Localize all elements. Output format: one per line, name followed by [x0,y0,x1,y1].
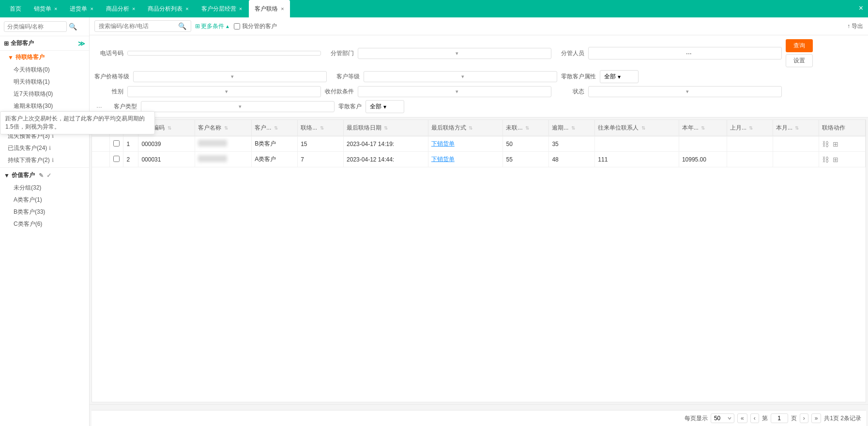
sidebar-all-customers[interactable]: ⊞ 全部客户 ≫ [0,36,89,51]
sidebar-item-class-b[interactable]: B类客户(33) [0,206,89,218]
sidebar-item-today[interactable]: 今天待联络(0) [0,64,89,76]
filter-search-input[interactable] [99,23,176,29]
sidebar-item-class-c[interactable]: C类客户(6) [0,218,89,230]
th-last-contact-method[interactable]: 最后联络方式 ⇅ [428,120,503,136]
payment-label: 收付款条件 [325,88,354,96]
window-close-button[interactable]: × [859,4,863,13]
row2-uncontacted: 55 [503,152,549,167]
sidebar-group-pending[interactable]: ▼ 待联络客户 [0,51,89,64]
more-conditions-btn[interactable]: ⊞ 更多条件 ▲ [195,22,230,30]
manager-dots[interactable]: ··· [686,49,776,57]
row1-action: ⛓ ⊞ [819,136,865,152]
th-last-month[interactable]: 上月... ⇅ [727,120,773,136]
bottom-scrollbar[interactable] [90,404,868,410]
th-uncontacted[interactable]: 未联... ⇅ [503,120,549,136]
sidebar-item-lost[interactable]: 已流失客户(24) ℹ [0,142,89,154]
row2-unit-contact: 111 [595,152,679,167]
row2-link-icon[interactable]: ⛓ [822,156,829,163]
customer-type-field[interactable]: ▾ [141,101,335,112]
filter-search-box[interactable]: 🔍 [94,20,191,32]
sort-icon-lcd: ⇅ [384,125,388,131]
th-last-contact-date[interactable]: 最后联络日期 ⇅ [344,120,428,136]
prev-page-btn[interactable]: ‹ [750,413,759,423]
status-field[interactable]: ▾ [588,86,782,97]
last-page-btn[interactable]: » [811,413,822,423]
pagination-bar: 每页显示 50 10 20 100 « ‹ 第 页 › » 共1页 2条记录 [91,410,866,426]
row1-grid-icon[interactable]: ⊞ [833,140,838,148]
gender-field[interactable]: ▾ [127,86,321,97]
th-name[interactable]: 客户名称 ⇅ [195,120,252,136]
export-button[interactable]: ↑ 导出 [847,22,863,30]
next-page-btn[interactable]: › [800,413,808,423]
sidebar-item-7days[interactable]: 近7天待联络(0) [0,88,89,100]
close-sales-tab[interactable]: × [54,6,57,12]
payment-field[interactable]: ▾ [358,86,551,97]
sidebar-item-class-a[interactable]: A类客户(1) [0,194,89,206]
filter-search-icon[interactable]: 🔍 [178,22,186,30]
info-icon-3: ℹ [52,157,54,163]
gender-label: 性别 [94,88,123,96]
table-row: 2 000031 A类客户 7 2023-04-12 14:44: 下销货单 5… [92,152,866,167]
th-this-month[interactable]: 本月... ⇅ [773,120,819,136]
customer-level-field[interactable]: ▾ [364,71,557,82]
sort-icon-type: ⇅ [274,125,278,131]
query-button[interactable]: 查询 [786,39,813,52]
collapse-icon[interactable]: ≫ [78,40,85,47]
th-contact[interactable]: 联络... ⇅ [298,120,344,136]
row1-last-contact-method: 下销货单 [428,136,503,152]
close-product-analysis-tab[interactable]: × [132,6,135,12]
row2-name [195,152,252,167]
th-unit-contact[interactable]: 往来单位联系人 ⇅ [595,120,679,136]
row2-method-link[interactable]: 下销货单 [431,156,455,162]
manager-field[interactable]: ··· [588,47,782,59]
more-dots[interactable]: ··· [96,103,102,111]
row1-method-link[interactable]: 下销货单 [431,140,455,147]
edit-icon[interactable]: ✎ [39,172,44,179]
row1-uncontacted: 50 [503,136,549,152]
row1-select[interactable] [113,140,120,147]
price-level-field[interactable]: ▾ [133,71,327,82]
row2-grid-icon[interactable]: ⊞ [833,156,838,163]
row1-overdue: 35 [549,136,595,152]
sidebar-search-icon[interactable]: 🔍 [69,23,77,30]
th-this-year[interactable]: 本年... ⇅ [679,120,727,136]
settings-button[interactable]: 设置 [786,54,813,67]
sidebar-item-overdue[interactable]: 逾期未联络(30) [0,100,89,112]
page-number-input[interactable] [771,413,788,423]
sidebar-item-unclassified[interactable]: 未分组(32) [0,182,89,194]
row2-index: 2 [123,152,138,167]
top-nav: 首页 销货单 × 进货单 × 商品分析 × 商品分析列表 × 客户分层经营 × … [0,0,868,17]
table-row: 1 000039 B类客户 15 2023-04-17 14:19: 下销货单 … [92,136,866,152]
first-page-btn[interactable]: « [737,413,747,423]
nav-product-analysis-list[interactable]: 商品分析列表 × [142,0,194,17]
advanced-filter: 电话号码 分管部门 ▾ 分管人员 ··· 查询 设置 [90,35,868,118]
retail-attr-select[interactable]: 全部 ▾ [600,70,639,83]
row1-link-icon[interactable]: ⛓ [822,140,829,148]
nav-home[interactable]: 首页 [4,0,27,17]
dept-chevron: ▾ [456,50,547,57]
sidebar-value-customers[interactable]: ▼ 价值客户 ✎ ✓ [0,169,89,182]
retail-customer-select[interactable]: 全部 ▾ [365,100,404,113]
nav-customer-contact[interactable]: 客户联络 × [249,0,289,17]
sidebar-search-input[interactable] [4,21,67,32]
nav-sales[interactable]: 销货单 × [28,0,63,17]
nav-customer-tier[interactable]: 客户分层经营 × [196,0,248,17]
sidebar-item-tomorrow[interactable]: 明天待联络(1) [0,76,89,88]
th-type[interactable]: 客户... ⇅ [252,120,298,136]
sidebar-item-declining[interactable]: 持续下滑客户(2) ℹ [0,154,89,166]
dept-field[interactable]: ▾ [358,48,551,59]
row2-select[interactable] [113,156,120,162]
close-purchase-tab[interactable]: × [90,6,93,12]
my-customer-checkbox[interactable] [234,23,240,29]
phone-field[interactable] [127,51,321,56]
close-product-analysis-list-tab[interactable]: × [185,6,188,12]
check-icon[interactable]: ✓ [46,172,51,179]
nav-purchase[interactable]: 进货单 × [64,0,99,17]
close-customer-contact-tab[interactable]: × [281,6,284,12]
my-customer-checkbox-area[interactable]: 我分管的客户 [234,22,277,30]
per-page-select[interactable]: 50 10 20 100 [711,413,734,423]
close-customer-tier-tab[interactable]: × [239,6,242,12]
th-overdue[interactable]: 逾期... ⇅ [549,120,595,136]
nav-product-analysis[interactable]: 商品分析 × [100,0,141,17]
row1-contact: 15 [298,136,344,152]
